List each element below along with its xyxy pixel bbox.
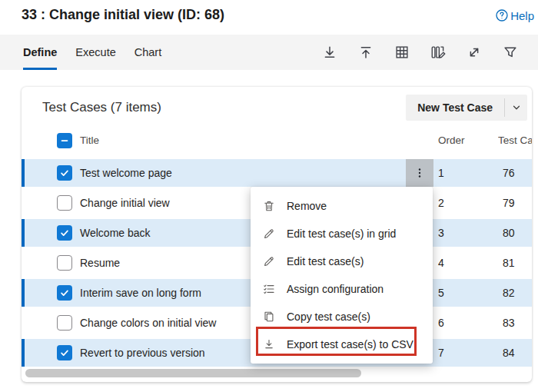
row-title: Welcome back bbox=[80, 219, 151, 247]
new-test-case-split-button: New Test Case bbox=[406, 95, 527, 121]
indeterminate-icon bbox=[59, 135, 70, 146]
row-order: 5 bbox=[438, 279, 444, 307]
row-title: Resume bbox=[80, 249, 120, 277]
row-order: 4 bbox=[438, 249, 444, 277]
row-title: Test welcome page bbox=[80, 159, 172, 187]
pencil-icon bbox=[262, 228, 275, 241]
row-test-case-id: 80 bbox=[503, 219, 515, 247]
row-checkbox[interactable] bbox=[57, 255, 72, 271]
row-order: 3 bbox=[438, 219, 444, 247]
table-header-row: Title Order Test Ca bbox=[22, 127, 532, 154]
column-header-test-case-id[interactable]: Test Ca bbox=[498, 127, 532, 154]
pencil-icon bbox=[262, 255, 275, 268]
menu-item-label: Copy test case(s) bbox=[287, 311, 370, 323]
new-test-case-button[interactable]: New Test Case bbox=[406, 95, 504, 121]
checkmark-icon bbox=[59, 228, 70, 238]
row-checkbox[interactable] bbox=[57, 195, 72, 211]
card-title: Test Cases (7 items) bbox=[42, 100, 161, 115]
grid-view-icon[interactable] bbox=[394, 45, 410, 61]
row-order: 2 bbox=[438, 189, 444, 217]
menu-item-edit-in-grid[interactable]: Edit test case(s) in grid bbox=[251, 220, 433, 247]
column-options-icon[interactable] bbox=[430, 45, 446, 61]
row-test-case-id: 82 bbox=[503, 279, 515, 307]
help-label: Help bbox=[510, 9, 534, 22]
download-icon[interactable] bbox=[321, 45, 337, 61]
row-test-case-id: 84 bbox=[503, 339, 515, 367]
copy-icon bbox=[262, 311, 275, 324]
column-header-order[interactable]: Order bbox=[438, 127, 465, 154]
row-checkbox[interactable] bbox=[57, 345, 72, 360]
row-title: Change colors on initial view bbox=[80, 309, 216, 337]
row-title: Revert to previous version bbox=[80, 339, 205, 367]
tab-chart[interactable]: Chart bbox=[134, 35, 161, 70]
chevron-down-icon bbox=[511, 102, 522, 113]
tab-strip: Define Execute Chart bbox=[0, 35, 538, 70]
menu-item-label: Edit test case(s) in grid bbox=[287, 228, 396, 240]
row-test-case-id: 79 bbox=[503, 189, 515, 217]
checkmark-icon bbox=[59, 287, 70, 298]
annotation-highlight-box bbox=[256, 327, 417, 356]
row-test-case-id: 81 bbox=[503, 249, 515, 277]
row-checkbox[interactable] bbox=[57, 285, 72, 301]
task-list-icon bbox=[262, 283, 275, 296]
filter-icon[interactable] bbox=[502, 45, 518, 61]
row-context-menu-button[interactable] bbox=[406, 159, 433, 187]
table-row[interactable]: Test welcome page 1 76 bbox=[22, 159, 532, 187]
tab-define[interactable]: Define bbox=[23, 35, 57, 70]
menu-item-label: Assign configuration bbox=[287, 283, 384, 295]
row-checkbox[interactable] bbox=[57, 315, 72, 331]
horizontal-scrollbar[interactable] bbox=[25, 369, 528, 377]
row-order: 7 bbox=[438, 339, 444, 367]
kebab-icon bbox=[413, 167, 426, 179]
menu-item-edit[interactable]: Edit test case(s) bbox=[251, 247, 433, 275]
row-checkbox[interactable] bbox=[57, 225, 72, 241]
new-test-case-dropdown-button[interactable] bbox=[505, 95, 527, 121]
row-checkbox[interactable] bbox=[57, 165, 72, 181]
full-screen-icon[interactable] bbox=[466, 45, 482, 61]
select-all-checkbox[interactable] bbox=[57, 133, 72, 148]
column-header-title[interactable]: Title bbox=[80, 127, 99, 154]
row-order: 6 bbox=[438, 309, 444, 337]
checkmark-icon bbox=[59, 168, 70, 178]
page-title: 33 : Change initial view (ID: 68) bbox=[22, 7, 224, 23]
menu-item-assign-configuration[interactable]: Assign configuration bbox=[251, 275, 433, 303]
command-bar bbox=[321, 35, 518, 70]
row-order: 1 bbox=[438, 159, 444, 187]
upload-icon[interactable] bbox=[357, 45, 374, 61]
menu-item-label: Edit test case(s) bbox=[287, 255, 364, 267]
row-title: Interim save on long form bbox=[80, 279, 201, 307]
menu-item-label: Remove bbox=[287, 200, 327, 212]
scrollbar-thumb[interactable] bbox=[25, 369, 361, 377]
help-icon bbox=[495, 8, 509, 22]
row-test-case-id: 83 bbox=[503, 309, 515, 337]
checkmark-icon bbox=[59, 347, 70, 358]
trash-icon bbox=[262, 200, 275, 213]
menu-item-remove[interactable]: Remove bbox=[251, 192, 433, 220]
help-link[interactable]: Help bbox=[495, 8, 534, 22]
tab-execute[interactable]: Execute bbox=[75, 35, 115, 70]
row-test-case-id: 76 bbox=[503, 159, 515, 187]
row-title: Change initial view bbox=[80, 189, 170, 217]
